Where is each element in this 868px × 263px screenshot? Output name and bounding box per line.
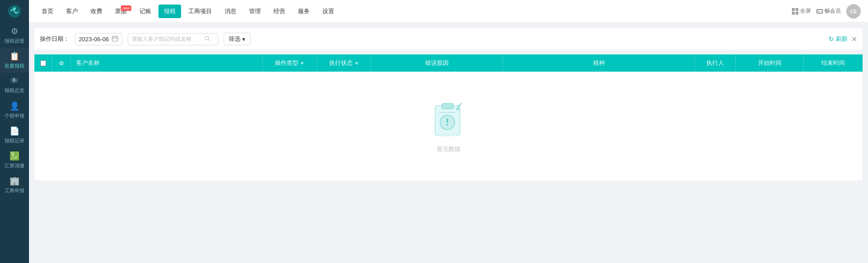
fullscreen-label: 全屏 — [800, 7, 811, 15]
member-label: 畅会员 — [825, 7, 841, 15]
nav-services[interactable]: 服务 — [293, 5, 315, 18]
avatar[interactable]: CE — [846, 4, 861, 19]
settings-icon: ⚙ — [11, 26, 18, 36]
nav-operations[interactable]: 经营 — [268, 5, 291, 18]
sidebar-item-piliangshuishui[interactable]: 📋 批量报税 — [0, 48, 29, 73]
batch-tax-icon: 📋 — [10, 51, 19, 61]
th-checkbox[interactable] — [34, 54, 53, 72]
th-tax-type: 税种 — [503, 54, 695, 72]
th-executor: 执行人 — [695, 54, 736, 72]
svg-line-13 — [208, 39, 210, 41]
sidebar-item-gongshangnianba[interactable]: 🏢 工商年报 — [0, 172, 29, 197]
fullscreen-button[interactable]: 全屏 — [792, 7, 811, 15]
member-button[interactable]: 畅会员 — [816, 7, 841, 15]
select-all-checkbox[interactable] — [40, 60, 46, 66]
sidebar-item-label: 汇算清缴 — [5, 163, 24, 169]
member-icon — [816, 8, 823, 15]
logo[interactable] — [0, 0, 29, 23]
calendar-icon — [112, 35, 118, 43]
svg-rect-17 — [446, 118, 448, 123]
sidebar-item-geshuishenba[interactable]: 👤 个税申报 — [0, 97, 29, 122]
sort-icon: ▼ — [355, 61, 359, 66]
sidebar-item-label: 工商年报 — [5, 188, 24, 194]
filter-button[interactable]: 筛选 ▾ — [224, 33, 250, 45]
chevron-down-icon: ▾ — [242, 36, 245, 43]
th-op-type[interactable]: 操作类型 ▼ — [263, 54, 317, 72]
nav-billing[interactable]: 收费 — [85, 5, 108, 18]
record-icon: 📄 — [10, 126, 19, 136]
nav-items: 首页 客户 收费 票据 new 记账 报税 工商项目 消息 管理 经营 服务 设… — [36, 5, 792, 18]
fullscreen-icon — [792, 8, 798, 15]
column-settings-icon: ⚙ — [59, 60, 64, 67]
th-end-time: 结束时间 — [804, 54, 863, 72]
main-content: 首页 客户 收费 票据 new 记账 报税 工商项目 消息 管理 经营 服务 设… — [29, 0, 868, 263]
annual-report-icon: 🏢 — [10, 176, 19, 186]
svg-rect-2 — [792, 9, 794, 10]
empty-state: 暂无数据 — [34, 72, 863, 180]
sort-icon: ▼ — [300, 61, 305, 66]
toolbar: 操作日期： 2023-06-06 — [34, 28, 863, 50]
nav-clients[interactable]: 客户 — [61, 5, 83, 18]
nav-homepage[interactable]: 首页 — [36, 5, 59, 18]
avatar-initials: CE — [850, 9, 857, 14]
filter-label: 筛选 — [229, 35, 240, 43]
nav-settings[interactable]: 设置 — [317, 5, 340, 18]
overview-icon: 👁 — [10, 76, 19, 86]
new-badge: new — [121, 5, 131, 11]
search-input[interactable] — [132, 36, 204, 42]
th-start-time: 开始时间 — [736, 54, 804, 72]
svg-point-1 — [13, 7, 16, 10]
refresh-label: 刷新 — [836, 35, 848, 43]
refresh-button[interactable]: ↻ 刷新 — [829, 35, 848, 43]
search-icon — [204, 35, 211, 43]
sidebar-item-baoshuishezhi[interactable]: ⚙ 报税设置 — [0, 23, 29, 48]
page-content: 操作日期： 2023-06-06 — [29, 23, 868, 263]
sidebar-item-huisuanqingshan[interactable]: 💹 汇算清缴 — [0, 147, 29, 172]
date-label: 操作日期： — [40, 35, 69, 43]
th-error-reason: 错误股因 — [371, 54, 503, 72]
svg-rect-8 — [112, 36, 118, 41]
svg-rect-15 — [442, 103, 453, 109]
sidebar-item-label: 报税记录 — [5, 138, 24, 144]
toolbar-right: ↻ 刷新 ✕ — [829, 35, 857, 44]
svg-point-22 — [438, 133, 456, 137]
data-table: ⚙ 客户名称 操作类型 ▼ 执行状态 ▼ 错误股因 税种 — [34, 54, 863, 180]
sidebar-item-label: 批量报税 — [5, 63, 24, 69]
date-value: 2023-06-06 — [79, 36, 109, 43]
svg-rect-3 — [796, 9, 798, 10]
sidebar-item-label: 报税设置 — [5, 38, 24, 44]
settlement-icon: 💹 — [10, 151, 19, 161]
refresh-icon: ↻ — [829, 35, 834, 43]
nav-management[interactable]: 管理 — [244, 5, 266, 18]
personal-tax-icon: 👤 — [10, 101, 19, 111]
svg-rect-5 — [796, 12, 798, 14]
empty-state-illustration — [431, 99, 467, 140]
nav-invoices[interactable]: 票据 new — [110, 5, 132, 18]
sidebar: ⚙ 报税设置 📋 批量报税 👁 报税总览 👤 个税申报 📄 报税记录 💹 汇算清… — [0, 0, 29, 263]
th-exec-status[interactable]: 执行状态 ▼ — [317, 54, 371, 72]
topnav-right: 全屏 畅会员 CE — [792, 4, 861, 19]
table-header: ⚙ 客户名称 操作类型 ▼ 执行状态 ▼ 错误股因 税种 — [34, 54, 863, 72]
top-navigation: 首页 客户 收费 票据 new 记账 报税 工商项目 消息 管理 经营 服务 设… — [29, 0, 868, 23]
sidebar-item-baoshuizonglan[interactable]: 👁 报税总览 — [0, 73, 29, 97]
svg-point-18 — [446, 124, 448, 126]
svg-rect-4 — [792, 12, 794, 14]
nav-tax[interactable]: 报税 — [158, 5, 181, 18]
th-client-name: 客户名称 — [71, 54, 263, 72]
sidebar-item-label: 报税总览 — [5, 88, 24, 93]
empty-text: 暂无数据 — [437, 145, 460, 153]
svg-point-12 — [205, 36, 209, 40]
close-button[interactable]: ✕ — [851, 35, 857, 44]
sidebar-item-label: 个税申报 — [5, 113, 24, 119]
th-gear[interactable]: ⚙ — [53, 54, 71, 72]
date-picker[interactable]: 2023-06-06 — [75, 33, 122, 45]
nav-accounting[interactable]: 记账 — [134, 5, 157, 18]
search-box[interactable] — [128, 33, 218, 45]
nav-messages[interactable]: 消息 — [219, 5, 242, 18]
nav-business[interactable]: 工商项目 — [183, 5, 217, 18]
sidebar-item-baoshujilu[interactable]: 📄 报税记录 — [0, 122, 29, 147]
